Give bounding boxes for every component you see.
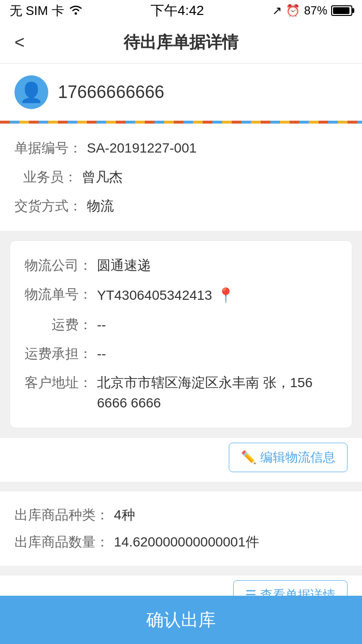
logistics-company-label: 物流公司： (25, 255, 92, 276)
customer-phone: 17666666666 (58, 82, 164, 102)
avatar-icon: 👤 (19, 81, 43, 104)
goods-quantity-row: 出库商品数量： 14.620000000000001件 (14, 533, 348, 551)
confirm-btn-bar: 确认出库 (0, 596, 362, 644)
order-no-value: SA-20191227-001 (87, 138, 348, 158)
goods-type-label: 出库商品种类： (14, 506, 109, 524)
delivery-value: 物流 (87, 196, 348, 216)
customer-header: 👤 17666666666 (0, 64, 362, 121)
status-bar: 无 SIM 卡 下午4:42 ↗ ⏰ 87% (0, 0, 362, 21)
carrier-text: 无 SIM 卡 (10, 2, 64, 19)
goods-quantity-label: 出库商品数量： (14, 533, 109, 551)
battery-text: 87% (304, 4, 327, 17)
freight-bear-label: 运费承担： (25, 344, 92, 364)
salesman-row: 业务员： 曾凡杰 (14, 167, 348, 187)
salesman-value: 曾凡杰 (82, 167, 348, 187)
status-right: ↗ ⏰ 87% (272, 4, 352, 17)
location-status-icon: ↗ (272, 4, 282, 17)
svg-point-0 (74, 12, 77, 14)
address-value: 北京市市辖区海淀区永丰南 张，156 6666 6666 (97, 373, 337, 413)
alarm-icon: ⏰ (286, 4, 300, 17)
edit-btn-row: ✏️ 编辑物流信息 (0, 438, 362, 482)
confirm-outbound-button[interactable]: 确认出库 (146, 608, 216, 632)
status-time: 下午4:42 (151, 1, 204, 20)
freight-label: 运费： (25, 315, 92, 335)
edit-logistics-button[interactable]: ✏️ 编辑物流信息 (229, 443, 348, 472)
wifi-icon (69, 3, 83, 18)
freight-bear-value: -- (97, 344, 337, 364)
order-no-row: 单据编号： SA-20191227-001 (14, 138, 348, 158)
freight-bear-row: 运费承担： -- (25, 344, 337, 364)
section-separator (0, 482, 362, 491)
goods-section: 出库商品种类： 4种 出库商品数量： 14.620000000000001件 (0, 491, 362, 566)
logistics-tracking-row: 物流单号： YT4306405342413 📍 (25, 284, 337, 306)
goods-type-value: 4种 (114, 506, 135, 524)
delivery-row: 交货方式： 物流 (14, 196, 348, 216)
order-info-section: 单据编号： SA-20191227-001 业务员： 曾凡杰 交货方式： 物流 (0, 124, 362, 231)
logistics-tracking-label: 物流单号： (25, 284, 92, 305)
goods-quantity-value: 14.620000000000001件 (114, 533, 259, 551)
battery-icon (331, 5, 352, 16)
logistics-tracking-value: YT4306405342413 📍 (97, 284, 337, 306)
address-label: 客户地址： (25, 373, 92, 393)
salesman-label: 业务员： (14, 167, 77, 187)
status-carrier: 无 SIM 卡 (10, 2, 83, 19)
goods-type-row: 出库商品种类： 4种 (14, 506, 348, 524)
tracking-location-icon[interactable]: 📍 (217, 284, 235, 306)
main-content: 👤 17666666666 单据编号： SA-20191227-001 业务员：… (0, 64, 362, 644)
freight-value: -- (97, 315, 337, 335)
edit-icon: ✏️ (241, 450, 256, 465)
freight-row: 运费： -- (25, 315, 337, 335)
address-row: 客户地址： 北京市市辖区海淀区永丰南 张，156 6666 6666 (25, 373, 337, 413)
logistics-card: 物流公司： 圆通速递 物流单号： YT4306405342413 📍 运费： -… (10, 240, 352, 428)
delivery-label: 交货方式： (14, 196, 82, 216)
logistics-company-row: 物流公司： 圆通速递 (25, 255, 337, 276)
customer-avatar: 👤 (14, 75, 48, 109)
order-no-label: 单据编号： (14, 138, 82, 158)
page-title: 待出库单据详情 (124, 31, 238, 54)
back-button[interactable]: < (14, 32, 43, 53)
nav-bar: < 待出库单据详情 (0, 21, 362, 64)
logistics-company-value: 圆通速递 (97, 255, 337, 276)
